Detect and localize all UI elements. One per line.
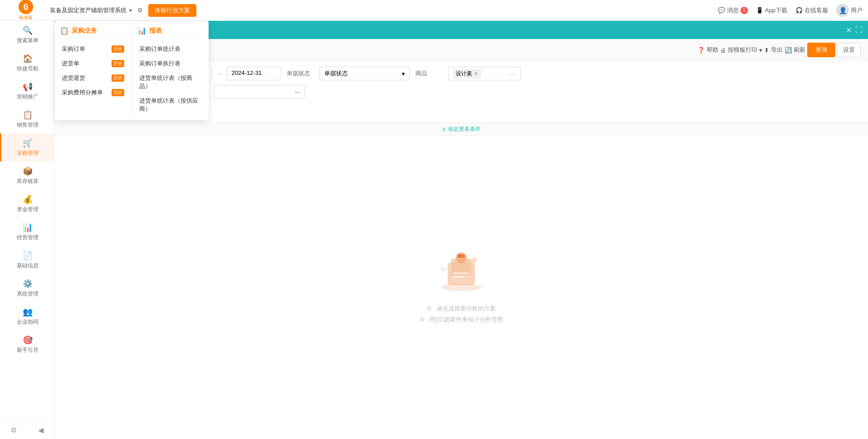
dropdown-item-purchase-order[interactable]: 采购订单 历史 <box>60 42 126 56</box>
goods-label: 商品 <box>415 69 443 78</box>
collapse-up-icon: ∧ <box>442 126 446 133</box>
dropdown-item-order-stats[interactable]: 采购订单统计表 <box>137 42 204 56</box>
dropdown-item-expense[interactable]: 采购费用分摊单 历史 <box>60 85 126 100</box>
industry-button[interactable]: 体验行业方案 <box>148 4 196 17</box>
inbound-badge: 历史 <box>112 60 124 67</box>
settings-icon[interactable]: ⚙ <box>137 7 143 14</box>
voucher-status-value: 单据状态 <box>324 69 348 78</box>
refresh-button[interactable]: 🔄 刷新 <box>785 46 805 54</box>
goods-dots[interactable]: ··· <box>511 70 516 77</box>
sidebar-item-sales[interactable]: 📋 销售管理 <box>0 105 54 133</box>
sidebar-item-navigation-label: 快捷导航 <box>17 65 39 73</box>
logo-subtitle: 标准版 <box>19 15 33 21</box>
sidebar-item-basic-info[interactable]: 📄 基础信息 <box>0 246 54 274</box>
sidebar-item-system-label: 系统管理 <box>17 290 39 298</box>
goods-tag-close-icon[interactable]: ✕ <box>474 70 478 77</box>
title-dropdown-icon[interactable]: ▾ <box>129 7 132 14</box>
help-button[interactable]: ❓ 帮助 <box>697 46 718 54</box>
salesperson-dots[interactable]: ··· <box>295 89 300 95</box>
date-end-input[interactable]: 2024-12-31 <box>227 67 281 80</box>
export-label: 导出 <box>771 46 783 54</box>
sidebar-item-guide[interactable]: 🎯 新手引导 <box>0 330 54 359</box>
dropdown-item-inbound[interactable]: 进货单 历史 <box>60 56 126 71</box>
return-badge: 历史 <box>112 74 124 82</box>
messages-label: 消息 <box>727 6 739 15</box>
sidebar-item-inventory-label: 库存核算 <box>17 178 39 185</box>
dropdown-item-order-exec[interactable]: 采购订单执行表 <box>137 56 204 71</box>
collapse-bar[interactable]: ∧ 收起更多条件 <box>54 123 868 136</box>
system-icon: ⚙️ <box>23 279 33 289</box>
dropdown-col-report-title: 📊 报表 <box>137 26 204 37</box>
export-button[interactable]: ⬆ 导出 <box>764 46 783 54</box>
sidebar-item-purchase[interactable]: 🛒 采购管理 <box>0 133 54 162</box>
dropdown-item-inbound-stats-goods[interactable]: 进货单统计表（按商品） <box>137 71 204 94</box>
report-menu-icon: 📊 <box>137 26 146 35</box>
dropdown-item-return[interactable]: 进货退货 历史 <box>60 71 126 85</box>
goods-select[interactable]: 设计素 ✕ ··· <box>448 67 521 80</box>
sidebar-item-operations[interactable]: 📊 经营管理 <box>0 218 54 246</box>
message-icon: 💬 <box>718 7 725 14</box>
sidebar-bottom: ⚙ ◀ <box>0 421 54 439</box>
voucher-status-select[interactable]: 单据状态 ▾ <box>319 67 410 80</box>
dropdown-item-inbound-stats-supplier[interactable]: 进货单统计表（按供应商） <box>137 94 204 116</box>
voucher-status-label: 单据状态 <box>287 69 314 78</box>
search-icon: 🔍 <box>23 25 33 35</box>
collapse-sidebar-icon[interactable]: ◀ <box>38 426 44 434</box>
svg-rect-6 <box>453 276 465 278</box>
enterprise-icon: 👥 <box>23 307 33 317</box>
settings-button[interactable]: 设置 <box>837 43 861 57</box>
app-download-label: App下载 <box>765 6 787 15</box>
print-label: 按模板打印 <box>728 46 757 54</box>
online-service-button[interactable]: 🎧 在线客服 <box>795 6 828 15</box>
svg-point-8 <box>441 267 445 271</box>
print-button[interactable]: 🖨 按模板打印 ▾ <box>720 46 762 54</box>
dropdown-col-purchase: 📋 采购业务 采购订单 历史 进货单 历史 进货退货 历史 采购费用分摊单 历史 <box>54 26 132 116</box>
home-icon: 🏠 <box>23 54 33 64</box>
headset-icon: 🎧 <box>795 7 803 14</box>
topbar-right: 💬 消息 5 📱 App下载 🎧 在线客服 👤 用户 <box>718 4 863 17</box>
sidebar-item-search[interactable]: 🔍 搜索菜单 <box>0 21 54 49</box>
sidebar-item-purchase-label: 采购管理 <box>17 149 39 157</box>
dropdown-menu: 📋 采购业务 采购订单 历史 进货单 历史 进货退货 历史 采购费用分摊单 历史 <box>54 21 209 120</box>
operations-icon: 📊 <box>23 222 33 232</box>
query-button[interactable]: 查询 <box>807 43 835 57</box>
svg-rect-5 <box>453 272 469 274</box>
messages-button[interactable]: 💬 消息 5 <box>718 6 748 15</box>
print-icon: 🖨 <box>720 47 726 54</box>
app-download-button[interactable]: 📱 App下载 <box>756 6 787 15</box>
sidebar-item-finance[interactable]: 💰 资金管理 <box>0 190 54 218</box>
user-button[interactable]: 👤 用户 <box>836 4 863 17</box>
goods-tag-value: 设计素 <box>456 70 472 78</box>
svg-rect-4 <box>458 254 465 258</box>
help-icon: ❓ <box>697 47 705 54</box>
sidebar-item-navigation[interactable]: 🏠 快捷导航 <box>0 49 54 77</box>
refresh-label: 刷新 <box>794 46 805 54</box>
export-icon: ⬆ <box>764 47 769 54</box>
date-separator: ~ <box>218 70 221 77</box>
empty-state: ① 请先选择要分析的方案 ② 用[过滤]条件来缩小分析范围 <box>54 136 868 439</box>
dropdown-col-purchase-title: 📋 采购业务 <box>60 26 126 37</box>
logo: 6 标准版 <box>5 0 46 21</box>
purchase-icon: 🛒 <box>23 138 33 148</box>
sidebar-item-system[interactable]: ⚙️ 系统管理 <box>0 274 54 302</box>
dropdown-col1-title: 采购业务 <box>72 27 97 35</box>
app-title: 装备及固定资产辅助管理系统 <box>50 6 127 15</box>
online-service-label: 在线客服 <box>805 6 828 15</box>
salesperson-select[interactable]: ··· <box>214 85 305 99</box>
sidebar-item-marketing[interactable]: 📢 营销推广 <box>0 77 54 105</box>
svg-point-7 <box>471 257 477 263</box>
empty-tip2: ② 用[过滤]条件来缩小分析范围 <box>419 316 503 324</box>
sidebar-item-inventory[interactable]: 📦 库存核算 <box>0 162 54 190</box>
inventory-icon: 📦 <box>23 166 33 176</box>
user-label: 用户 <box>851 6 863 15</box>
voucher-status-chevron: ▾ <box>402 70 405 77</box>
tab-close-all-icon[interactable]: ✕ <box>846 26 852 35</box>
messages-badge: 5 <box>741 7 748 14</box>
sidebar-item-search-label: 搜索菜单 <box>17 37 39 44</box>
settings-bottom-icon[interactable]: ⚙ <box>10 426 17 434</box>
tab-expand-icon[interactable]: ⛶ <box>855 26 863 34</box>
logo-icon: 6 <box>19 0 33 14</box>
print-dropdown-icon[interactable]: ▾ <box>759 47 762 54</box>
sidebar-item-enterprise[interactable]: 👥 企业协同 <box>0 302 54 330</box>
purchase-menu-icon: 📋 <box>60 26 69 35</box>
